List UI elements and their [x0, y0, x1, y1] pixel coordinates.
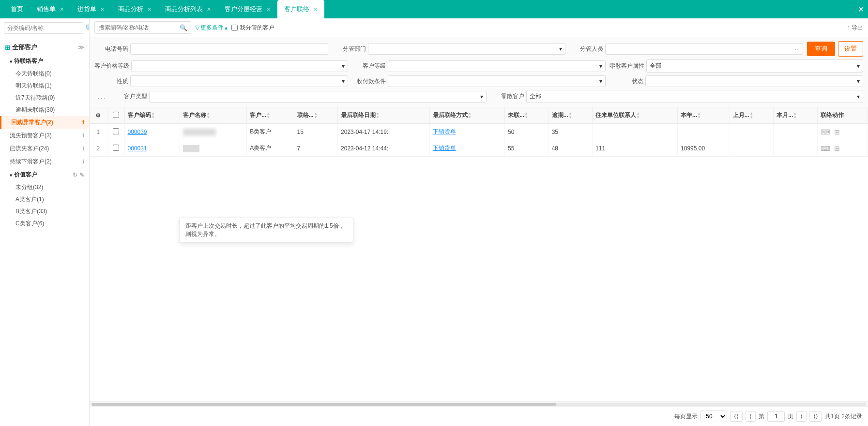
prev-page-button[interactable]: ⟨ — [746, 411, 756, 422]
status-select[interactable]: ▾ — [645, 75, 863, 87]
nav-item-sales[interactable]: 销售单 ✕ — [30, 0, 71, 18]
row2-last-method[interactable]: 下销货单 — [429, 140, 504, 157]
sidebar-lost-customers[interactable]: 已流失客户(24) ℹ — [0, 142, 89, 155]
customer-type-select[interactable]: ▾ — [149, 91, 486, 103]
close-product-list-tab[interactable]: ✕ — [207, 0, 211, 18]
filter-row-1: 电话号码 分管部门 ▾ 分管人员 ··· 查询 设置 — [94, 41, 863, 57]
row1-overdue: 35 — [548, 124, 593, 140]
th-settings[interactable]: ⚙ — [90, 107, 107, 124]
dept-select[interactable]: ▾ — [368, 43, 566, 55]
close-customer-contact-tab[interactable]: ✕ — [313, 0, 318, 18]
my-customer-filter: 我分管的客户 — [231, 24, 274, 32]
retail-customer-select[interactable]: 全部 ▾ — [526, 90, 863, 103]
row1-this-year — [678, 124, 730, 140]
more-conditions-button[interactable]: ▽ 更多条件 ▴ — [195, 24, 228, 32]
query-button[interactable]: 查询 — [807, 42, 835, 56]
nav-item-customer-contact[interactable]: 客户联络 ✕ — [277, 0, 324, 18]
more-dots[interactable]: ... — [94, 92, 109, 101]
phone-input[interactable] — [130, 43, 328, 55]
filter-row-2: 客户价格等级 ▾ 客户等级 ▾ 零散客户属性 全部 ▾ — [94, 59, 863, 73]
last-page-button[interactable]: ⟩⟩ — [809, 411, 822, 422]
dept-chevron: ▾ — [559, 45, 562, 52]
sidebar: 🔍 ⊞ 全部客户 ≫ 待联络客户 今天待联络(0) — [0, 18, 90, 426]
scrollbar-thumb[interactable] — [91, 403, 556, 406]
horizontal-scrollbar[interactable] — [90, 401, 868, 406]
sidebar-repurchase-abnormal[interactable]: 回购异常客户(2) ℹ — [0, 116, 89, 129]
edit-icon[interactable]: ✎ — [79, 172, 84, 178]
payment-select[interactable]: ▾ — [388, 75, 606, 87]
filter-dept: 分管部门 ▾ — [332, 43, 566, 55]
filter-row-3: 性质 ▾ 收付款条件 ▾ 状态 ▾ — [94, 75, 863, 87]
customer-table: ⚙ 客户编码 ▴▾ 客户名称 — [90, 107, 868, 157]
sidebar-value-group: 价值客户 ↻ ✎ 未分组(32) A类客户(1) B类客户(33) — [0, 168, 89, 230]
row1-last-date: 2023-04-17 14:19: — [338, 124, 430, 140]
nav-item-customer-tier[interactable]: 客户分层经营 ✕ — [218, 0, 277, 18]
price-grade-select[interactable]: ▾ — [131, 60, 348, 72]
sidebar-collapse-btn[interactable]: ≫ — [78, 44, 84, 51]
row1-contact-icon[interactable]: ⌨ — [821, 128, 830, 136]
th-unit-contact: 往来单位联系人 ▴▾ — [593, 107, 678, 124]
close-customer-tier-tab[interactable]: ✕ — [266, 0, 271, 18]
sidebar-ungroup[interactable]: 未分组(32) — [5, 181, 89, 193]
sidebar-pending-header[interactable]: 待联络客户 — [5, 55, 89, 68]
close-sales-tab[interactable]: ✕ — [60, 0, 64, 18]
my-customer-checkbox[interactable] — [231, 25, 238, 31]
th-checkbox[interactable] — [107, 107, 124, 124]
row1-this-month — [774, 124, 818, 140]
row1-unit-contact — [593, 124, 678, 140]
setting-button[interactable]: 设置 — [838, 41, 863, 57]
person-select[interactable]: ··· — [605, 43, 803, 55]
sidebar-search-button[interactable]: 🔍 — [85, 24, 90, 32]
row2-this-month — [774, 140, 818, 157]
select-all-checkbox[interactable] — [113, 112, 119, 118]
page-number-input[interactable] — [767, 411, 785, 422]
close-purchase-tab[interactable]: ✕ — [100, 0, 105, 18]
row2-more-icon[interactable]: ⊞ — [834, 145, 840, 152]
refresh-icon[interactable]: ↻ — [73, 172, 77, 178]
sidebar-today-pending[interactable]: 今天待联络(0) — [5, 68, 89, 80]
sidebar-overdue-pending[interactable]: 逾期未联络(30) — [5, 104, 89, 116]
content-area: 🔍 ▽ 更多条件 ▴ 我分管的客户 ↑ 导出 电话号码 — [90, 18, 868, 426]
row1-more-icon[interactable]: ⊞ — [834, 128, 840, 136]
row2-select[interactable] — [113, 145, 119, 151]
row2-checkbox[interactable] — [107, 140, 124, 157]
sidebar-search-input[interactable] — [4, 22, 83, 34]
row2-contact: 7 — [294, 140, 338, 157]
nav-item-product-analysis[interactable]: 商品分析 ✕ — [111, 0, 158, 18]
status-chevron: ▾ — [857, 78, 860, 85]
export-button[interactable]: ↑ 导出 — [847, 24, 863, 32]
sidebar-value-header[interactable]: 价值客户 ↻ ✎ — [5, 168, 89, 181]
sidebar-7day-pending[interactable]: 近7天待联络(0) — [5, 92, 89, 104]
row1-checkbox[interactable] — [107, 124, 124, 140]
scrollbar-track[interactable] — [91, 403, 866, 406]
sidebar-tomorrow-pending[interactable]: 明天待联络(1) — [5, 80, 89, 92]
row2-contact-icon[interactable]: ⌨ — [821, 145, 830, 152]
price-grade-chevron: ▾ — [342, 63, 345, 70]
row1-num: 1 — [90, 124, 107, 140]
nav-item-home[interactable]: 首页 — [4, 0, 30, 18]
row1-select[interactable] — [113, 128, 119, 134]
close-product-analysis-tab[interactable]: ✕ — [147, 0, 152, 18]
table-row: 2 000031 ████ A类客户 7 2023-04-12 14:44: — [90, 140, 868, 157]
sidebar-continuous-drop[interactable]: 持续下滑客户(2) ℹ — [0, 155, 89, 168]
filter-payment: 收付款条件 ▾ — [352, 75, 606, 87]
page-size-select[interactable]: 50 20 100 — [700, 411, 727, 422]
nav-item-purchase[interactable]: 进货单 ✕ — [71, 0, 111, 18]
sidebar-c-customers[interactable]: C类客户(6) — [5, 218, 89, 230]
row2-code[interactable]: 000031 — [124, 140, 180, 157]
sidebar-b-customers[interactable]: B类客户(33) — [5, 206, 89, 218]
close-all-tabs[interactable]: ✕ — [858, 5, 864, 14]
sidebar-lost-predicted[interactable]: 流失预警客户(3) ℹ — [0, 129, 89, 142]
retail-attr-select[interactable]: 全部 ▾ — [646, 59, 863, 73]
main-search-input[interactable] — [94, 21, 191, 34]
gender-select[interactable]: ▾ — [130, 75, 348, 87]
next-page-button[interactable]: ⟩ — [796, 411, 807, 422]
sidebar-all-customers[interactable]: ⊞ 全部客户 ≫ — [0, 40, 89, 55]
customer-grade-select[interactable]: ▾ — [388, 60, 606, 72]
sidebar-a-customers[interactable]: A类客户(1) — [5, 193, 89, 206]
row1-code[interactable]: 000039 — [124, 124, 180, 140]
nav-item-product-analysis-list[interactable]: 商品分析列表 ✕ — [158, 0, 218, 18]
advanced-filters: 电话号码 分管部门 ▾ 分管人员 ··· 查询 设置 — [90, 37, 868, 107]
row1-last-method[interactable]: 下销货单 — [429, 124, 504, 140]
first-page-button[interactable]: ⟨⟨ — [730, 411, 743, 422]
